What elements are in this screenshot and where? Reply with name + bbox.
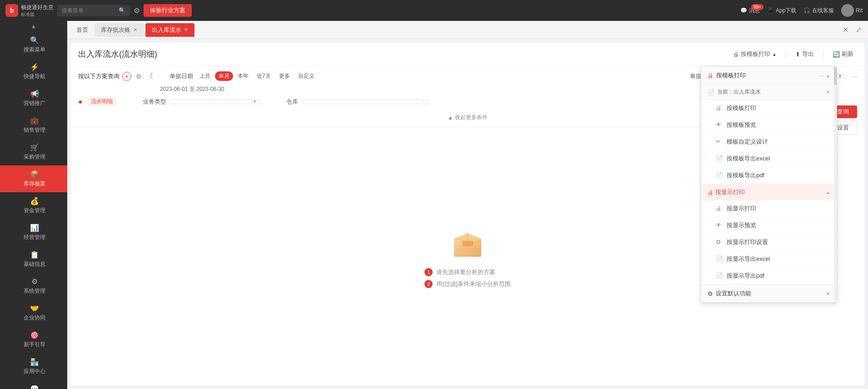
sidebar-item-label-marketing: 营销推广 <box>24 100 45 107</box>
basics-icon: 📋 <box>30 250 39 259</box>
page-header: 出入库流水(流水明细) 🖨 按模板打印 ▲ ⬆ 导出 🔄 <box>71 43 864 66</box>
sidebar-item-system[interactable]: ⚙ 系统管理 <box>0 273 67 299</box>
user-name: Rit <box>856 7 863 14</box>
refresh-btn[interactable]: 🔄 刷新 <box>829 48 857 60</box>
sidebar-item-marketing[interactable]: 📢 营销推广 <box>0 85 67 112</box>
dropdown-item-template-pdf[interactable]: 📄 按模板导出pdf <box>701 167 837 184</box>
dropdown-item-template-preview[interactable]: 👁 按模板预览 <box>701 117 837 134</box>
current-item-label: 📄 当前：出入库流水 <box>708 88 761 96</box>
tab-inventory-batch-close[interactable]: ✕ <box>133 27 137 33</box>
display-preview-label: 按显示预览 <box>727 221 756 229</box>
dropdown-item-display-pdf[interactable]: 📄 按显示导出pdf <box>701 268 837 284</box>
dropdown-item-template-design[interactable]: ✏ 模板自定义设计 <box>701 134 837 150</box>
app-version: 标准版 <box>21 11 54 18</box>
page-content: 出入库流水(流水明细) 🖨 按模板打印 ▲ ⬆ 导出 🔄 <box>71 43 864 385</box>
message-item[interactable]: 💬 消息 99+ <box>740 7 760 15</box>
finance-icon: 💰 <box>30 197 39 205</box>
display-print-label: 按显示打印 <box>727 204 756 213</box>
collapse-filter-btn[interactable]: 《 <box>146 71 153 81</box>
tab-close-all-btn[interactable]: ✕ <box>841 24 850 36</box>
filter-settings-btn[interactable]: ⚙ <box>134 72 143 81</box>
online-service-item[interactable]: 🎧 在线客服 <box>803 7 834 15</box>
date-tag-custom[interactable]: 自定义 <box>294 71 318 81</box>
logo-area: b 畅捷通好生意 标准版 <box>5 4 54 18</box>
sidebar-item-quicknav[interactable]: ⚡ 快捷导航 <box>0 58 67 85</box>
dropdown-item-display-excel[interactable]: 📄 按显示导出excel <box>701 251 837 268</box>
printer-icon: 🖨 <box>733 51 739 58</box>
sidebar-item-finance[interactable]: 💰 资金管理 <box>0 192 67 219</box>
step-2-text: 用[过滤]条件来缩小分析范围 <box>436 280 510 288</box>
tab-stock-flow[interactable]: 出入库流水 ✕ <box>145 23 195 37</box>
sidebar-scroll-up[interactable]: ▲ <box>0 21 67 31</box>
dropdown-footer[interactable]: ⚙ 设置默认功能 ▼ <box>701 284 837 302</box>
gear-icon-topbar[interactable]: ⚙ <box>134 6 140 15</box>
purchase-icon: 🛒 <box>30 143 39 152</box>
warehouse-select[interactable] <box>302 100 429 104</box>
display-excel-label: 按显示导出excel <box>727 255 770 263</box>
doc-type-more-btn[interactable]: ··· <box>852 73 857 80</box>
date-tag-more[interactable]: 更多 <box>275 71 294 81</box>
sidebar-item-inventory[interactable]: 📦 库存核算 <box>0 165 67 192</box>
sidebar-item-collab[interactable]: 🤝 企业协同 <box>0 299 67 326</box>
weixin-icon: 💬 <box>30 384 39 389</box>
sidebar-item-basics[interactable]: 📋 基础信息 <box>0 246 67 273</box>
sidebar-item-search[interactable]: 🔍 搜索菜单 <box>0 31 67 58</box>
sidebar-item-label-system: 系统管理 <box>24 287 45 295</box>
print-template-btn[interactable]: 🖨 按模板打印 ▲ <box>729 48 780 60</box>
dropdown-display-section-header[interactable]: 🖨 按显示打印 ▲ <box>701 184 837 200</box>
user-area[interactable]: Rit <box>841 4 863 17</box>
dropdown-more-icon[interactable]: ··· <box>818 72 824 79</box>
date-tag-last-month[interactable]: 上月 <box>196 71 214 81</box>
date-tag-7days[interactable]: 近7天 <box>253 71 274 81</box>
date-tag-group: 上月 本月 本年 近7天 更多 自定义 <box>196 71 318 81</box>
collapse-more-btn[interactable]: ▲ 收起更多条件 <box>448 114 488 121</box>
add-filter-btn[interactable]: + <box>122 72 131 81</box>
warehouse-label: 仓库 <box>286 98 298 106</box>
display-section-icon: 🖨 <box>708 189 713 196</box>
sidebar-item-purchase[interactable]: 🛒 采购管理 <box>0 139 67 165</box>
sidebar-item-label-search: 搜索菜单 <box>24 46 45 54</box>
dropdown-item-display-print[interactable]: 🖨 按显示打印 <box>701 200 837 217</box>
app-download-item[interactable]: 📱 App下载 <box>767 7 796 15</box>
tab-stock-flow-close[interactable]: ✕ <box>184 27 188 33</box>
export-btn[interactable]: ⬆ 导出 <box>792 48 818 60</box>
industry-button[interactable]: 体验行业方案 <box>144 4 192 17</box>
panel-scrollbar[interactable] <box>834 67 837 302</box>
date-tag-this-year[interactable]: 本年 <box>234 71 252 81</box>
tab-home[interactable]: 首页 <box>72 23 93 37</box>
sidebar-item-label-operations: 经营管理 <box>24 234 45 241</box>
chevron-up-icon: ▲ <box>772 52 777 57</box>
dropdown-item-template-print[interactable]: 🖨 按模板打印 <box>701 100 837 117</box>
online-service-label: 在线客服 <box>812 7 834 15</box>
print-template-label: 按模板打印 <box>741 50 770 58</box>
display-section-arrow: ▲ <box>826 190 830 195</box>
sidebar: ▲ 🔍 搜索菜单 ⚡ 快捷导航 📢 营销推广 💼 销售管理 🛒 采购管理 📦 库… <box>0 21 67 389</box>
printer-icon-tpl: 🖨 <box>716 105 723 112</box>
date-label: 单据日期 <box>170 72 193 80</box>
footer-arrow: ▼ <box>826 291 830 296</box>
sidebar-item-appcenter[interactable]: 🏪 应用中心 <box>0 353 67 380</box>
sidebar-item-operations[interactable]: 📊 经营管理 <box>0 219 67 246</box>
dropdown-header: 🖨 按模板打印 ··· ▲ <box>701 67 837 85</box>
biz-type-select[interactable] <box>170 100 261 104</box>
dropdown-collapse-arrow[interactable]: ▲ <box>826 73 830 78</box>
dropdown-current[interactable]: 📄 当前：出入库流水 ▼ <box>701 85 837 100</box>
operations-icon: 📊 <box>30 224 39 232</box>
dropdown-item-display-settings[interactable]: ⚙ 按显示打印设置 <box>701 234 837 251</box>
sidebar-item-weixin[interactable]: 💬 企业微信 <box>0 380 67 389</box>
printer-icon-dropdown: 🖨 <box>708 72 713 79</box>
biz-type-group: 业务类型 ▼ <box>143 98 261 106</box>
page-actions: 🖨 按模板打印 ▲ ⬆ 导出 🔄 刷新 <box>729 48 857 60</box>
search-bar[interactable]: 搜索菜单 🔍 <box>57 5 130 16</box>
dropdown-item-template-excel[interactable]: 📄 按模板导出excel <box>701 150 837 167</box>
filter-label-group: 按以下方案查询 + ⚙ 《 <box>78 71 153 81</box>
page-title: 出入库流水(流水明细) <box>78 49 157 60</box>
sidebar-item-guide[interactable]: 🎯 新手引导 <box>0 326 67 353</box>
dropdown-item-display-preview[interactable]: 👁 按显示预览 <box>701 217 837 234</box>
tab-expand-btn[interactable]: ⤢ <box>854 24 863 36</box>
sidebar-item-sales[interactable]: 💼 销售管理 <box>0 112 67 139</box>
date-tag-this-month[interactable]: 本月 <box>215 71 233 81</box>
message-icon: 💬 <box>740 7 747 14</box>
flow-detail-chip[interactable]: 流水明细 <box>86 97 117 106</box>
tab-inventory-batch[interactable]: 库存批次账 ✕ <box>95 23 144 37</box>
